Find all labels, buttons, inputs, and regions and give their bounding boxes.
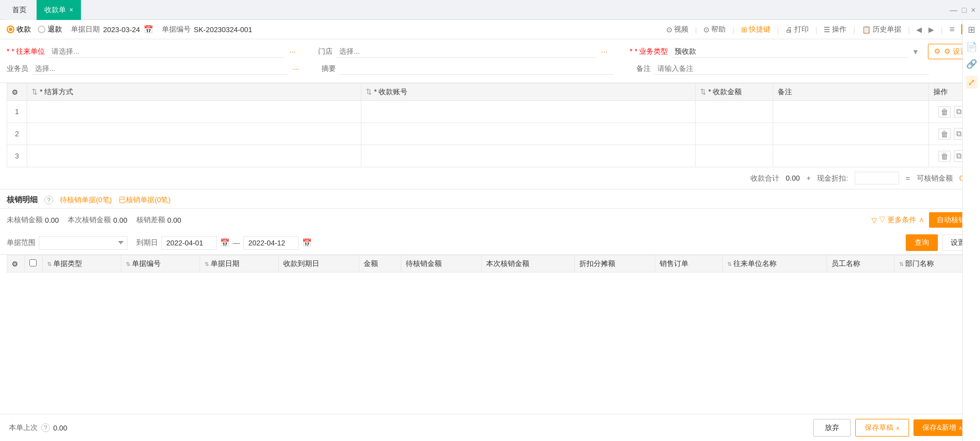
bottom-col-no[interactable]: ⇅ 单据编号 [121,255,200,273]
doc-date-field: 单据日期 2023-03-24 📅 [71,24,153,34]
remark-field: 备注 [636,63,929,75]
partner-more-icon[interactable]: ··· [289,47,296,56]
summary-input[interactable] [339,63,614,75]
row-1-payment[interactable] [27,101,361,123]
print-btn[interactable]: 🖨 打印 [785,24,809,34]
tab-active-receipt[interactable]: 收款单 × [37,0,81,20]
row-2-account[interactable] [361,123,696,145]
history-btn[interactable]: 📋 历史单据 [862,24,901,34]
current-label: 本次核销金额 [68,215,111,225]
main-content: 收款 退款 单据日期 2023-03-24 📅 单据编号 SK-20230324… [0,20,980,441]
nav-next-btn[interactable]: ▶ [928,25,934,34]
remark-input[interactable] [654,63,929,75]
biz-type-dropdown-icon[interactable]: ▼ [912,48,919,56]
staff-more-icon[interactable]: ··· [293,64,299,73]
video-label: 视频 [674,24,688,34]
bottom-col-date[interactable]: ⇅ 单据日期 [200,255,279,273]
biz-required-star: * [630,47,635,55]
bottom-col-settings[interactable]: ⚙ [7,255,25,273]
row-1-account[interactable] [361,101,696,123]
bottom-col-discount: 折扣分摊额 [574,255,655,273]
nav-prev-btn[interactable]: ◀ [916,25,922,34]
discard-button[interactable]: 放弃 [813,419,851,437]
radio-refund[interactable]: 退款 [38,24,62,34]
save-draft-button[interactable]: 保存草稿 ∧ [855,419,909,437]
list-view-icon[interactable]: ≡ [950,24,955,34]
col-payment-method: ⇅ * 结算方式 [27,84,361,101]
doc-no-field: 单据编号 SK-20230324-001 [162,24,253,34]
minimize-icon[interactable]: — [950,6,957,14]
partner-input[interactable] [48,45,284,58]
tab-home[interactable]: 首页 [4,0,34,20]
done-tab[interactable]: 已核销单据(0笔) [119,195,171,205]
sidebar-table-icon[interactable]: ⊞ [968,24,975,35]
shop-more-icon[interactable]: ··· [601,47,608,56]
hexiao-help-icon[interactable]: ? [44,196,53,204]
form-area: * * 往来单位 ··· 门店 ··· * * 业务类型 ▼ [0,39,980,83]
doc-date-value: 2023-03-24 [103,25,140,34]
bottom-col-current: 本次核销金额 [482,255,575,273]
date-to-cal-icon[interactable]: 📅 [302,238,312,247]
discount-input[interactable] [855,172,899,184]
bottom-col-dept[interactable]: ⇅ 部门名称 [894,255,973,273]
date-to-input[interactable] [243,236,299,250]
row-1-delete-icon[interactable]: 🗑 [938,106,951,117]
toolbar-right-actions: ⊙ 视频 | ⊙ 帮助 | ⊞ 快捷键 | 🖨 打印 | ☰ 操作 [666,24,973,34]
row-2-amount[interactable] [696,123,773,145]
bottom-col-partner[interactable]: ⇅ 往来单位名称 [722,255,826,273]
footer-help-icon[interactable]: ? [41,423,50,432]
row-3-remark[interactable] [773,145,929,167]
doc-date-cal-icon[interactable]: 📅 [144,25,153,34]
radio-refund-label: 退款 [48,24,62,34]
radio-receipt[interactable]: 收款 [7,24,31,34]
select-all-checkbox[interactable] [29,259,37,266]
row-1-amount[interactable] [696,101,773,123]
row-3-amount[interactable] [696,145,773,167]
radio-refund-dot [38,25,45,33]
bottom-col-check[interactable] [25,255,43,273]
more-conditions-btn[interactable]: ▽ ▽ 更多条件 ∧ [871,215,925,225]
filter-range-select[interactable] [39,236,127,250]
row-2-payment[interactable] [27,123,361,145]
staff-input[interactable] [32,63,287,75]
tab-close-icon[interactable]: × [69,6,73,14]
row-3-account[interactable] [361,145,696,167]
help-label: 帮助 [711,24,726,34]
row-num-3: 3 [7,145,27,167]
help-btn[interactable]: ⊙ 帮助 [703,24,726,34]
row-3-delete-icon[interactable]: 🗑 [938,151,951,162]
help-icon: ⊙ [703,25,710,34]
page-footer: 本单上次 ? 0.00 放弃 保存草稿 ∧ 保存&新增 ∧ [0,414,980,441]
form-row-2: 业务员 ··· 摘要 备注 [7,63,973,75]
sidebar-expand-icon[interactable]: ⤢ [966,76,977,89]
date-from-cal-icon[interactable]: 📅 [220,238,229,247]
shop-label: 门店 [318,47,333,57]
biz-type-input[interactable] [671,45,908,58]
shortcut-btn[interactable]: ⊞ 快捷键 [741,24,770,34]
sidebar-doc-icon[interactable]: 📄 [966,42,977,52]
bottom-col-type[interactable]: ⇅ 单据类型 [43,255,121,273]
footer-current-value: 0.00 [53,424,67,432]
shop-input[interactable] [336,45,595,58]
video-btn[interactable]: ⊙ 视频 [666,24,688,34]
maximize-icon[interactable]: □ [962,6,966,14]
row-2-delete-icon[interactable]: 🗑 [938,129,951,140]
table-col-settings[interactable]: ⚙ [7,84,27,101]
row-2-remark[interactable] [773,123,929,145]
current-value: 0.00 [113,216,127,224]
shortcut-icon: ⊞ [741,25,747,34]
remark-label: 备注 [636,64,651,74]
row-3-payment[interactable] [27,145,361,167]
query-button[interactable]: 查询 [906,234,938,251]
sidebar-attach-icon[interactable]: 🔗 [966,59,977,69]
pending-tab[interactable]: 待核销单据(0笔) [60,195,112,205]
date-from-input[interactable] [161,236,217,250]
footer-left: 本单上次 ? 0.00 [9,423,67,433]
doc-no-value: SK-20230324-001 [194,25,253,34]
close-icon[interactable]: × [971,6,976,14]
unchecked-value: 0.00 [45,216,59,224]
biz-type-field: * * 业务类型 ▼ [630,45,919,58]
row-1-remark[interactable] [773,101,929,123]
total-label: 收款合计 [751,173,779,183]
operation-btn[interactable]: ☰ 操作 [824,24,846,34]
